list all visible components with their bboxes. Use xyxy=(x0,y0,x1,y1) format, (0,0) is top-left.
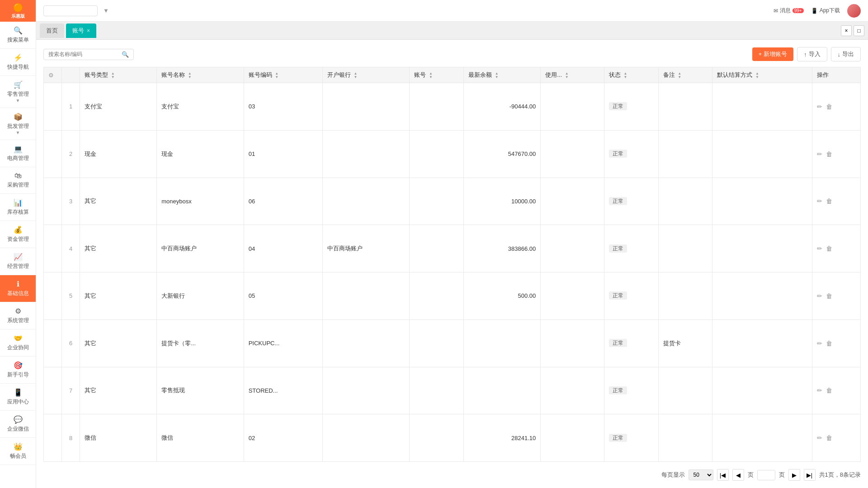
row-index: 1 xyxy=(62,83,80,131)
sort-icon: ▲▼ xyxy=(755,72,759,79)
th-account-no[interactable]: 账号 ▲▼ xyxy=(410,67,464,83)
sidebar-item-ecom-mgmt[interactable]: 💻 电商管理 xyxy=(0,140,36,167)
tab-actions: × □ xyxy=(841,25,864,36)
prev-page-btn[interactable]: ◀ xyxy=(732,469,744,481)
tab-account[interactable]: 账号 × xyxy=(66,23,96,38)
messages-btn[interactable]: ✉ 消息 99+ xyxy=(774,7,804,14)
sidebar-item-app-center[interactable]: 📱 应用中心 xyxy=(0,384,36,411)
row-account-code: PICKUPC... xyxy=(244,319,322,367)
row-account-type: 其它 xyxy=(80,319,157,367)
th-usage[interactable]: 使用... ▲▼ xyxy=(541,67,604,83)
th-default-settlement[interactable]: 默认结算方式 ▲▼ xyxy=(712,67,812,83)
row-balance: 28241.10 xyxy=(464,414,541,462)
add-account-button[interactable]: + 新增账号 xyxy=(752,47,793,61)
row-default-settlement xyxy=(712,367,812,414)
sidebar-item-label: 零售管理 xyxy=(7,90,29,98)
import-button[interactable]: ↑ 导入 xyxy=(797,47,827,61)
sidebar-item-retail-mgmt[interactable]: 🛒 零售管理 ▼ xyxy=(0,76,36,108)
sidebar-item-enterprise-wechat[interactable]: 💬 企业微信 xyxy=(0,411,36,438)
sidebar-item-wholesale-mgmt[interactable]: 📦 批发管理 ▼ xyxy=(0,108,36,140)
edit-icon[interactable]: ✏ xyxy=(817,387,822,394)
edit-icon[interactable]: ✏ xyxy=(817,150,822,158)
sidebar-item-search-menu[interactable]: 🔍 搜索菜单 xyxy=(0,22,36,49)
row-bank: 中百商场账户 xyxy=(322,225,409,272)
download-label: App下载 xyxy=(820,7,840,14)
row-usage xyxy=(541,319,604,367)
th-remark[interactable]: 备注 ▲▼ xyxy=(658,67,712,83)
edit-icon[interactable]: ✏ xyxy=(817,197,822,205)
edit-icon[interactable]: ✏ xyxy=(817,292,822,300)
tab-home[interactable]: 首页 xyxy=(40,23,64,38)
add-account-label: + 新增账号 xyxy=(759,50,787,58)
next-page-btn[interactable]: ▶ xyxy=(788,469,800,481)
th-account-code[interactable]: 账号编码 ▲▼ xyxy=(244,67,322,83)
app-subtitle: 乐惠版 xyxy=(11,13,25,19)
delete-icon[interactable]: 🗑 xyxy=(826,434,832,441)
th-account-name[interactable]: 账号名称 ▲▼ xyxy=(157,67,244,83)
th-account-type[interactable]: 账号类型 ▲▼ xyxy=(80,67,157,83)
settings-gear-icon[interactable]: ⚙ xyxy=(48,72,54,79)
sidebar-item-purchase-mgmt[interactable]: 🛍 采购管理 xyxy=(0,167,36,194)
row-settings xyxy=(44,83,62,131)
tab-minimize-btn[interactable]: × xyxy=(841,25,852,36)
delete-icon[interactable]: 🗑 xyxy=(826,340,832,347)
edit-icon[interactable]: ✏ xyxy=(817,340,822,347)
sidebar-item-capital-mgmt[interactable]: 💰 资金管理 xyxy=(0,221,36,248)
delete-icon[interactable]: 🗑 xyxy=(826,245,832,252)
delete-icon[interactable]: 🗑 xyxy=(826,197,832,205)
accounts-table: ⚙ 账号类型 ▲▼ 账号名称 ▲▼ 账号编码 ▲▼ xyxy=(43,67,861,462)
delete-icon[interactable]: 🗑 xyxy=(826,387,832,394)
tab-maximize-btn[interactable]: □ xyxy=(854,25,864,36)
row-status: 正常 xyxy=(604,272,658,320)
row-account-no xyxy=(410,367,464,414)
edit-icon[interactable]: ✏ xyxy=(817,245,822,252)
row-account-name: 支付宝 xyxy=(157,83,244,131)
edit-icon[interactable]: ✏ xyxy=(817,103,822,110)
messages-badge: 99+ xyxy=(793,8,804,13)
row-action: ✏ 🗑 xyxy=(812,414,861,462)
sidebar-item-quick-nav[interactable]: ⚡ 快捷导航 xyxy=(0,49,36,76)
delete-icon[interactable]: 🗑 xyxy=(826,292,832,300)
row-remark xyxy=(658,272,712,320)
sidebar-item-label: 搜索菜单 xyxy=(7,36,29,44)
row-account-name: 提货卡（零... xyxy=(157,319,244,367)
table-row: 2 现金 现金 01 547670.00 正常 ✏ 🗑 xyxy=(44,130,861,178)
sidebar-item-new-guide[interactable]: 🎯 新手引导 xyxy=(0,357,36,384)
delete-icon[interactable]: 🗑 xyxy=(826,150,832,158)
row-account-type: 其它 xyxy=(80,272,157,320)
delete-icon[interactable]: 🗑 xyxy=(826,103,832,110)
dropdown-icon[interactable]: ▼ xyxy=(103,7,109,14)
download-btn[interactable]: 📱 App下载 xyxy=(811,7,840,14)
sidebar-item-vip[interactable]: 👑 畅会员 xyxy=(0,438,36,465)
row-usage xyxy=(541,130,604,178)
last-page-btn[interactable]: ▶| xyxy=(804,469,816,481)
sidebar-item-label: 电商管理 xyxy=(7,155,29,162)
page-input[interactable]: 1 xyxy=(757,470,775,480)
sidebar-item-label: 基础信息 xyxy=(7,290,29,297)
sidebar-item-ops-mgmt[interactable]: 📈 经营管理 xyxy=(0,248,36,275)
tab-close-icon[interactable]: × xyxy=(87,28,90,34)
sidebar-item-basic-info[interactable]: ℹ 基础信息 xyxy=(0,275,36,302)
table-row: 7 其它 零售抵现 STORED... 正常 ✏ 🗑 xyxy=(44,367,861,414)
th-bank[interactable]: 开户银行 ▲▼ xyxy=(322,67,409,83)
th-balance[interactable]: 最新余额 ▲▼ xyxy=(464,67,541,83)
first-page-btn[interactable]: |◀ xyxy=(717,469,729,481)
message-icon: ✉ xyxy=(774,8,778,14)
row-balance: 10000.00 xyxy=(464,178,541,225)
search-box[interactable]: 🔍 xyxy=(43,49,134,60)
row-account-no xyxy=(410,130,464,178)
th-status[interactable]: 状态 ▲▼ xyxy=(604,67,658,83)
row-bank xyxy=(322,130,409,178)
export-button[interactable]: ↓ 导出 xyxy=(831,47,861,61)
sidebar-item-inventory[interactable]: 📊 库存核算 xyxy=(0,194,36,221)
avatar[interactable] xyxy=(847,4,861,18)
row-status: 正常 xyxy=(604,83,658,131)
row-usage xyxy=(541,225,604,272)
page-size-select[interactable]: 50 100 200 xyxy=(689,469,713,480)
search-input[interactable] xyxy=(48,51,119,57)
top-search-input[interactable] xyxy=(43,5,98,16)
sidebar-item-enterprise-agreement[interactable]: 🤝 企业协同 xyxy=(0,329,36,357)
edit-icon[interactable]: ✏ xyxy=(817,434,822,441)
sidebar-item-system-mgmt[interactable]: ⚙ 系统管理 xyxy=(0,302,36,329)
page-content: 🔍 + 新增账号 ↑ 导入 ↓ 导出 xyxy=(36,40,868,488)
